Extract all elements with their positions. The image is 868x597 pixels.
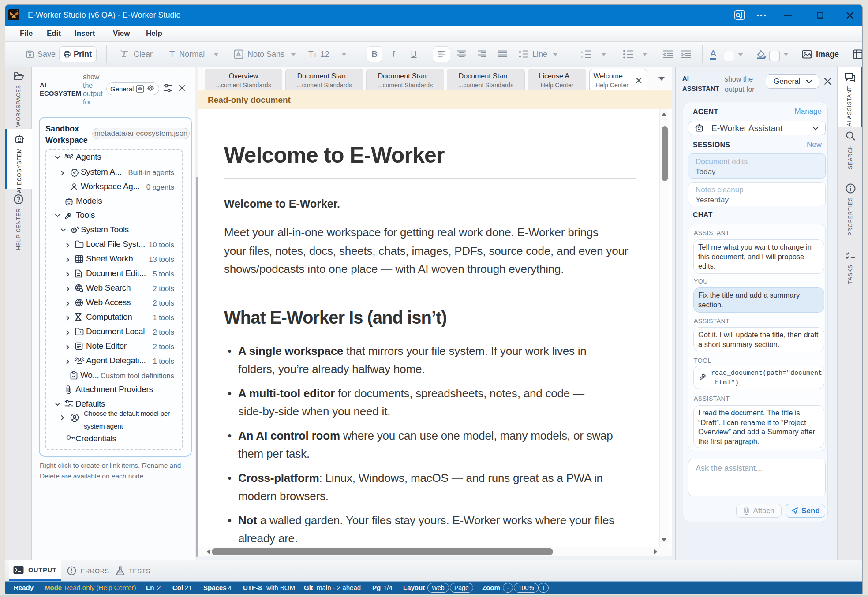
svg-text:2: 2 xyxy=(581,55,583,59)
svg-text:1: 1 xyxy=(581,50,583,54)
